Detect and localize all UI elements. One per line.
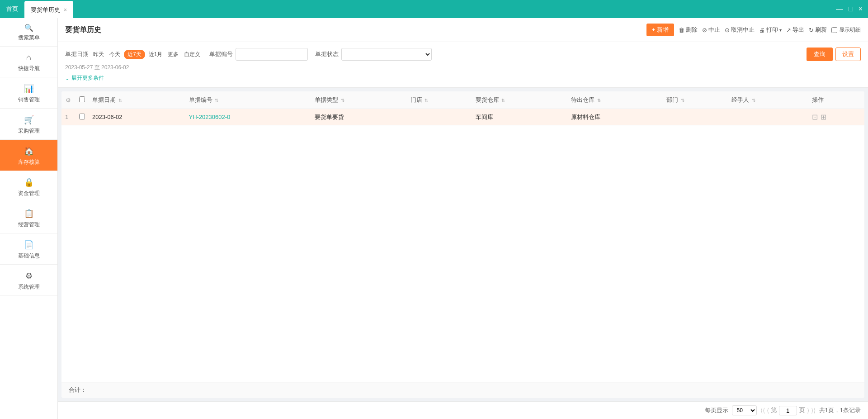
page-label-before: 第	[771, 406, 777, 414]
select-all-checkbox[interactable]	[79, 96, 85, 102]
cancel-stop-icon: ⊙	[725, 27, 730, 33]
th-warehouse: 要货仓库 ⇅	[472, 91, 567, 109]
page-size-select[interactable]: 50 100	[732, 405, 757, 415]
sidebar-items: ⌂快捷导航📊销售管理🛒采购管理🏠库存核算🔒资金管理📋经营管理📄基础信息⚙系统管理	[0, 47, 57, 296]
delete-icon: 🗑	[679, 27, 684, 33]
delete-button[interactable]: 🗑 删除	[679, 26, 698, 34]
maximize-icon[interactable]: □	[849, 5, 853, 13]
view-icon[interactable]: ⊡	[812, 113, 818, 121]
row-pending-wh: 原材料仓库	[567, 109, 663, 125]
table-row: 1 2023-06-02 YH-20230602-0 要货单要货 车间库 原材料…	[61, 109, 864, 125]
display-cell-checkbox[interactable]	[831, 27, 837, 33]
sidebar-item-system[interactable]: ⚙系统管理	[0, 265, 57, 296]
status-label: 单据状态	[315, 50, 339, 58]
refresh-button[interactable]: ↻ 刷新	[809, 26, 827, 34]
page-label-after: 页	[799, 406, 805, 414]
sidebar-search[interactable]: 🔍 搜索菜单	[0, 18, 57, 47]
new-button[interactable]: + 新增	[646, 24, 674, 36]
more-icon[interactable]: ⊞	[821, 113, 826, 121]
row-dept	[663, 109, 728, 125]
table-area: ⚙ 单据日期 ⇅ 单据编号 ⇅ 单据类型 ⇅ 门店 ⇅ 要货仓库 ⇅ 待出仓库 …	[61, 91, 864, 398]
settings-button[interactable]: 设置	[835, 48, 861, 61]
minimize-icon[interactable]: —	[836, 5, 843, 13]
export-button[interactable]: ↗ 导出	[786, 26, 804, 34]
print-dropdown-icon: ▾	[779, 28, 782, 33]
order-no-link[interactable]: YH-20230602-0	[189, 114, 231, 120]
main-layout: 🔍 搜索菜单 ⌂快捷导航📊销售管理🛒采购管理🏠库存核算🔒资金管理📋经营管理📄基础…	[0, 18, 868, 419]
row-handler	[728, 109, 808, 125]
date-btn-今天[interactable]: 今天	[108, 50, 122, 59]
th-dept: 部门 ⇅	[663, 91, 728, 109]
window-controls: — □ ×	[836, 5, 868, 13]
order-num-input[interactable]	[236, 48, 308, 61]
prev-page-icon[interactable]: ⟨	[767, 407, 769, 414]
row-warehouse: 车间库	[472, 109, 567, 125]
sidebar-item-inventory[interactable]: 🏠库存核算	[0, 140, 57, 171]
top-bar: 首页 要货单历史 × — □ ×	[0, 0, 868, 18]
page-number-input[interactable]	[779, 406, 797, 415]
sidebar-item-purchase[interactable]: 🛒采购管理	[0, 109, 57, 140]
sort-store-icon: ⇅	[425, 98, 428, 103]
sort-dept-icon: ⇅	[681, 98, 684, 103]
sidebar-item-sales[interactable]: 📊销售管理	[0, 77, 57, 109]
search-icon: 🔍	[24, 24, 33, 32]
date-btn-近7天[interactable]: 近7天	[124, 50, 145, 59]
th-settings[interactable]: ⚙	[61, 91, 75, 109]
row-checkbox[interactable]	[79, 114, 85, 119]
row-action: ⊡ ⊞	[808, 109, 864, 125]
status-select[interactable]	[341, 48, 432, 61]
date-btn-昨天[interactable]: 昨天	[91, 50, 106, 59]
sort-orderno-icon: ⇅	[215, 98, 218, 103]
sidebar-item-operations[interactable]: 📋经营管理	[0, 202, 57, 233]
print-button[interactable]: 🖨 打印 ▾	[759, 26, 782, 34]
export-icon: ↗	[786, 27, 791, 33]
th-store: 门店 ⇅	[407, 91, 472, 109]
refresh-icon: ↻	[809, 27, 814, 33]
th-checkbox	[75, 91, 89, 109]
expand-more-btn[interactable]: ⌄ 展开更多条件	[65, 74, 861, 82]
stop-button[interactable]: ⊘ 中止	[702, 26, 720, 34]
sort-date-icon: ⇅	[118, 98, 122, 103]
system-icon: ⚙	[25, 271, 33, 281]
th-type: 单据类型 ⇅	[311, 91, 406, 109]
table-header-row: ⚙ 单据日期 ⇅ 单据编号 ⇅ 单据类型 ⇅ 门店 ⇅ 要货仓库 ⇅ 待出仓库 …	[61, 91, 864, 109]
order-num-filter: 单据编号	[209, 48, 308, 61]
basic-info-icon: 📄	[24, 240, 34, 250]
sidebar-item-finance[interactable]: 🔒资金管理	[0, 171, 57, 202]
data-table: ⚙ 单据日期 ⇅ 单据编号 ⇅ 单据类型 ⇅ 门店 ⇅ 要货仓库 ⇅ 待出仓库 …	[61, 91, 864, 125]
window-close-icon[interactable]: ×	[859, 5, 863, 13]
sort-pwh-icon: ⇅	[597, 98, 601, 103]
sort-wh-icon: ⇅	[501, 98, 505, 103]
date-btn-近1月[interactable]: 近1月	[147, 50, 165, 59]
page-size-label: 每页显示	[705, 406, 728, 414]
inventory-icon: 🏠	[24, 146, 34, 156]
next-page-icon[interactable]: ⟩	[807, 407, 809, 414]
close-tab-icon[interactable]: ×	[64, 7, 67, 13]
purchase-icon: 🛒	[24, 115, 34, 125]
query-button[interactable]: 查询	[807, 48, 833, 61]
display-cell-label[interactable]: 显示明细	[831, 26, 861, 34]
row-index: 1	[61, 109, 75, 125]
first-page-icon[interactable]: ⟨⟨	[760, 407, 765, 414]
table-wrapper: ⚙ 单据日期 ⇅ 单据编号 ⇅ 单据类型 ⇅ 门店 ⇅ 要货仓库 ⇅ 待出仓库 …	[61, 91, 864, 382]
sidebar-item-quick-nav[interactable]: ⌂快捷导航	[0, 47, 57, 77]
row-type: 要货单要货	[311, 109, 406, 125]
expand-icon: ⌄	[65, 75, 70, 81]
row-date: 2023-06-02	[89, 109, 185, 125]
stop-icon: ⊘	[702, 27, 707, 33]
tab-home[interactable]: 首页	[0, 0, 24, 18]
print-icon: 🖨	[759, 27, 765, 33]
sort-handler-icon: ⇅	[752, 98, 755, 103]
last-page-icon[interactable]: ⟩⟩	[811, 407, 816, 414]
date-btn-自定义[interactable]: 自定义	[182, 50, 202, 59]
row-store	[407, 109, 472, 125]
cancel-stop-button[interactable]: ⊙ 取消中止	[725, 26, 755, 34]
page-title: 要货单历史	[65, 25, 101, 40]
table-body: 1 2023-06-02 YH-20230602-0 要货单要货 车间库 原材料…	[61, 109, 864, 125]
sales-icon: 📊	[24, 84, 34, 94]
date-btn-更多[interactable]: 更多	[166, 50, 180, 59]
sidebar-item-basic-info[interactable]: 📄基础信息	[0, 233, 57, 265]
status-filter: 单据状态	[315, 48, 432, 61]
tab-active[interactable]: 要货单历史 ×	[24, 1, 73, 19]
date-filter-btns: 昨天今天近7天近1月更多自定义	[91, 50, 202, 59]
